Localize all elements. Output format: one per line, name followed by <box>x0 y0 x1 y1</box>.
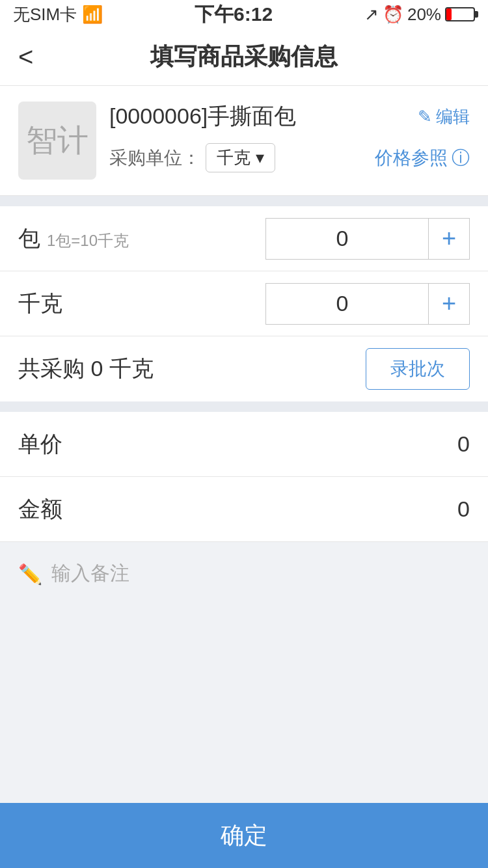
bag-plus-button[interactable]: + <box>428 218 470 260</box>
product-name: [0000006]手撕面包 <box>109 102 296 131</box>
kg-label-text: 千克 <box>18 289 62 319</box>
status-left: 无SIM卡 📶 <box>13 3 103 26</box>
info-icon: ⓘ <box>452 146 470 170</box>
status-right: ↗ ⏰ 20% <box>364 5 475 25</box>
bag-input[interactable] <box>265 218 428 260</box>
kg-input-right: + <box>265 283 470 325</box>
battery-icon <box>445 7 475 21</box>
kg-label: 千克 <box>18 289 62 319</box>
summary-text: 共采购 0 千克 <box>18 354 154 384</box>
remark-section: ✏️ 输入备注 <box>0 542 488 659</box>
bag-input-row: 包 1包=10千克 + <box>0 206 488 271</box>
unit-price-row: 单价 0 <box>0 412 488 477</box>
amount-row: 金额 0 <box>0 477 488 542</box>
status-time: 下午6:12 <box>195 1 273 28</box>
amount-value: 0 <box>457 496 470 522</box>
confirm-button[interactable]: 确定 <box>0 803 488 868</box>
nav-bar: < 填写商品采购信息 <box>0 29 488 86</box>
back-button[interactable]: < <box>18 42 33 72</box>
section-divider-2 <box>0 401 488 412</box>
unit-price-label: 单价 <box>18 429 62 459</box>
battery-text: 20% <box>407 5 441 25</box>
product-image: 智计 <box>18 102 96 180</box>
edit-icon: ✎ <box>418 107 432 127</box>
product-name-row: [0000006]手撕面包 ✎ 编辑 <box>109 102 470 131</box>
page-title: 填写商品采购信息 <box>150 41 338 73</box>
unit-price-value: 0 <box>457 431 470 457</box>
summary-row: 共采购 0 千克 录批次 <box>0 336 488 401</box>
unit-select[interactable]: 千克 ▾ <box>206 143 275 172</box>
price-ref-label: 价格参照 <box>375 146 448 170</box>
product-card: 智计 [0000006]手撕面包 ✎ 编辑 采购单位： 千克 ▾ 价格参照 ⓘ <box>0 86 488 196</box>
carrier-text: 无SIM卡 <box>13 3 77 26</box>
price-ref-button[interactable]: 价格参照 ⓘ <box>375 146 470 170</box>
pencil-icon: ✏️ <box>18 563 42 586</box>
kg-input-row: 千克 + <box>0 271 488 336</box>
remark-placeholder[interactable]: 输入备注 <box>51 560 129 587</box>
edit-button[interactable]: ✎ 编辑 <box>418 105 470 128</box>
input-section: 包 1包=10千克 + 千克 + 共采购 0 千克 录批次 <box>0 206 488 401</box>
product-info: [0000006]手撕面包 ✎ 编辑 采购单位： 千克 ▾ 价格参照 ⓘ <box>109 102 470 172</box>
unit-value: 千克 <box>217 146 251 169</box>
location-icon: ↗ <box>364 5 379 25</box>
edit-label: 编辑 <box>436 105 470 128</box>
section-divider-1 <box>0 196 488 206</box>
bag-label-text: 包 <box>18 224 40 254</box>
product-unit-row: 采购单位： 千克 ▾ 价格参照 ⓘ <box>109 143 470 172</box>
price-section: 单价 0 金额 0 <box>0 412 488 542</box>
dropdown-icon: ▾ <box>256 148 264 168</box>
wifi-icon: 📶 <box>82 5 103 25</box>
product-logo: 智计 <box>26 120 88 161</box>
amount-label: 金额 <box>18 495 62 524</box>
bag-sub-text: 1包=10千克 <box>47 230 129 251</box>
status-bar: 无SIM卡 📶 下午6:12 ↗ ⏰ 20% <box>0 0 488 29</box>
kg-plus-button[interactable]: + <box>428 283 470 325</box>
alarm-icon: ⏰ <box>383 5 403 25</box>
unit-label: 采购单位： <box>109 146 200 170</box>
kg-input[interactable] <box>265 283 428 325</box>
bag-label: 包 1包=10千克 <box>18 224 129 254</box>
bag-input-right: + <box>265 218 470 260</box>
batch-button[interactable]: 录批次 <box>366 348 470 390</box>
